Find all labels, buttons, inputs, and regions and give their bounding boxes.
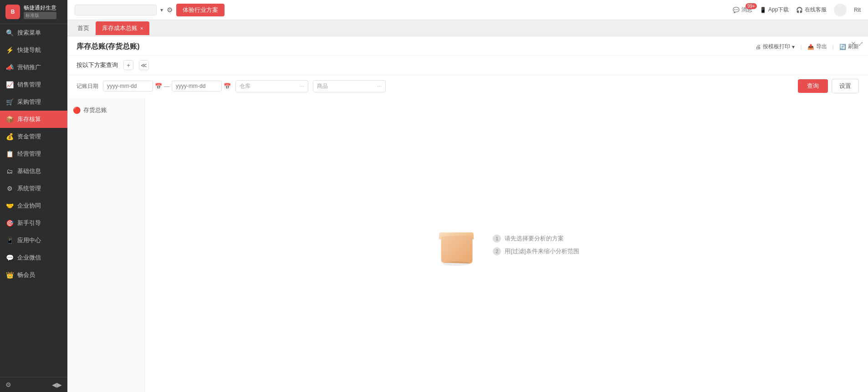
product-more-icon: ··· <box>377 83 382 89</box>
sidebar-item-cooperation[interactable]: 🤝 企业协同 <box>0 197 67 214</box>
purchase-icon: 🛒 <box>5 98 14 106</box>
sidebar-item-label: 系统管理 <box>17 184 41 193</box>
sidebar-footer: ⚙ ◀▶ <box>0 377 67 392</box>
tabs-bar: 首页 库存成本总账 × <box>67 20 868 36</box>
filter-collapse-button[interactable]: ≪ <box>139 60 149 70</box>
tab-home[interactable]: 首页 <box>71 21 96 35</box>
beginner-icon: 🎯 <box>5 219 14 227</box>
export-btn[interactable]: 📤 导出 <box>807 43 827 51</box>
hint-text-1: 请先选择要分析的方案 <box>505 234 564 243</box>
messages-badge: 99+ <box>745 3 757 9</box>
product-select[interactable]: 商品 ··· <box>313 80 386 92</box>
online-support-btn[interactable]: 🎧 在线客服 <box>796 6 827 14</box>
membership-icon: 👑 <box>5 271 14 279</box>
collapse-icon[interactable]: ◀▶ <box>52 381 62 388</box>
sidebar-item-operations[interactable]: 📋 经营管理 <box>0 145 67 163</box>
filter-add-button[interactable]: + <box>123 60 133 70</box>
sidebar-item-wechat[interactable]: 💬 企业微信 <box>0 249 67 266</box>
top-right-corner: ✕ ⤢ <box>846 36 868 51</box>
tab-close-icon[interactable]: × <box>140 25 143 31</box>
sidebar-item-basic-info[interactable]: 🗂 基础信息 <box>0 163 67 180</box>
sidebar-nav: 🔍 搜索菜单 ⚡ 快捷导航 📣 营销推广 📈 销售管理 🛒 采购管理 📦 库存核… <box>0 24 67 377</box>
sidebar-item-label: 经营管理 <box>17 150 41 158</box>
sidebar-item-label: 销售管理 <box>17 81 41 89</box>
sidebar-item-label: 库存核算 <box>17 115 41 123</box>
query-button[interactable]: 查询 <box>798 79 828 93</box>
sidebar-item-beginner[interactable]: 🎯 新手引导 <box>0 214 67 232</box>
cal-start-icon[interactable]: 📅 <box>155 83 162 90</box>
basic-info-icon: 🗂 <box>5 168 14 175</box>
tab-inventory-ledger[interactable]: 库存成本总账 × <box>96 21 149 35</box>
topbar-left: ▾ ⚙ 体验行业方案 <box>75 4 729 16</box>
empty-illustration <box>434 222 479 268</box>
sidebar-item-finance[interactable]: 💰 资金管理 <box>0 128 67 145</box>
panel-expand-button[interactable]: ⤢ <box>858 40 863 47</box>
finance-icon: 💰 <box>5 133 14 140</box>
tab-home-label: 首页 <box>77 25 89 31</box>
avatar <box>834 4 847 16</box>
content-area: 🔴 存货总账 1 请先选择要 <box>67 98 868 392</box>
sidebar: B 畅捷通好生意 标准版 🔍 搜索菜单 ⚡ 快捷导航 📣 营销推广 📈 销售管理… <box>0 0 67 392</box>
sidebar-item-label: 企业微信 <box>17 254 41 262</box>
sidebar-item-shortcut[interactable]: ⚡ 快捷导航 <box>0 41 67 59</box>
scheme-item-label: 存货总账 <box>83 106 107 114</box>
topbar-search-input[interactable] <box>75 5 157 15</box>
topbar-gear-icon[interactable]: ⚙ <box>167 6 173 14</box>
sidebar-item-search[interactable]: 🔍 搜索菜单 <box>0 24 67 41</box>
date-field-label: 记账日期 <box>77 82 98 90</box>
settings-icon[interactable]: ⚙ <box>5 381 11 388</box>
scheme-item-inventory-ledger[interactable]: 🔴 存货总账 <box>67 102 144 118</box>
app-download-btn[interactable]: 📱 App下载 <box>760 6 789 14</box>
box-shadow <box>443 261 470 266</box>
app-logo: B 畅捷通好生意 标准版 <box>0 0 67 24</box>
topbar-dropdown-button[interactable]: ▾ <box>160 7 163 13</box>
date-input-group: 📅 — 📅 <box>103 81 231 92</box>
warehouse-label: 仓库 <box>240 82 250 90</box>
chevron-down-icon: ▾ <box>160 7 163 13</box>
messages-btn[interactable]: 💬 消息 99+ <box>733 6 752 14</box>
sidebar-item-sales[interactable]: 📈 销售管理 <box>0 76 67 93</box>
print-icon: 🖨 <box>756 44 761 50</box>
panel-close-button[interactable]: ✕ <box>851 40 856 47</box>
print-chevron-icon: ▾ <box>792 44 795 50</box>
sidebar-item-label: 企业协同 <box>17 202 41 210</box>
filter-label: 按以下方案查询 <box>77 61 118 69</box>
sidebar-item-label: 采购管理 <box>17 98 41 106</box>
sidebar-item-marketing[interactable]: 📣 营销推广 <box>0 59 67 76</box>
sidebar-item-membership[interactable]: 👑 畅会员 <box>0 266 67 284</box>
system-icon: ⚙ <box>5 185 14 192</box>
empty-content: 1 请先选择要分析的方案 2 用[过滤]条件来缩小分析范围 <box>434 222 579 268</box>
cal-end-icon[interactable]: 📅 <box>224 83 231 90</box>
sidebar-item-label: 基础信息 <box>17 167 41 175</box>
username-label[interactable]: Rit <box>854 7 861 13</box>
message-icon: 💬 <box>733 7 740 13</box>
sidebar-item-inventory[interactable]: 📦 库存核算 <box>0 111 67 128</box>
sidebar-item-purchase[interactable]: 🛒 采购管理 <box>0 93 67 111</box>
empty-hint-2: 2 用[过滤]条件来缩小分析范围 <box>493 247 579 255</box>
print-btn[interactable]: 🖨 按模板打印 ▾ <box>756 43 795 51</box>
app-name: 畅捷通好生意 <box>24 5 56 12</box>
date-end-input[interactable] <box>172 81 222 92</box>
header-sep-1: | <box>800 43 802 50</box>
sales-icon: 📈 <box>5 81 14 88</box>
sidebar-item-label: 新手引导 <box>17 219 41 227</box>
headset-icon: 🎧 <box>796 7 803 13</box>
main-wrapper: ▾ ⚙ 体验行业方案 💬 消息 99+ 📱 App下载 🎧 在线客服 Rit <box>67 0 868 392</box>
sidebar-item-label: 应用中心 <box>17 236 41 244</box>
warehouse-select[interactable]: 仓库 ··· <box>235 80 308 92</box>
marketing-icon: 📣 <box>5 64 14 71</box>
page-content: 库存总账(存货总账) 🖨 按模板打印 ▾ | 📤 导出 | 🔄 刷新 <box>67 36 868 392</box>
online-support-label: 在线客服 <box>805 6 827 14</box>
date-start-input[interactable] <box>103 81 153 92</box>
industry-btn[interactable]: 体验行业方案 <box>176 4 225 16</box>
filter-row: 记账日期 📅 — 📅 仓库 ··· 商品 ··· 查询 设置 <box>67 75 868 98</box>
empty-hint-1: 1 请先选择要分析的方案 <box>493 234 579 243</box>
page-header-actions: 🖨 按模板打印 ▾ | 📤 导出 | 🔄 刷新 <box>756 43 859 51</box>
settings-button[interactable]: 设置 <box>832 79 859 93</box>
tab-active-label: 库存成本总账 <box>102 24 138 32</box>
inventory-icon: 📦 <box>5 116 14 123</box>
sidebar-item-system[interactable]: ⚙ 系统管理 <box>0 180 67 197</box>
sidebar-item-app-center[interactable]: 📱 应用中心 <box>0 232 67 249</box>
shortcut-icon: ⚡ <box>5 46 14 54</box>
hint-text-2: 用[过滤]条件来缩小分析范围 <box>505 247 579 255</box>
